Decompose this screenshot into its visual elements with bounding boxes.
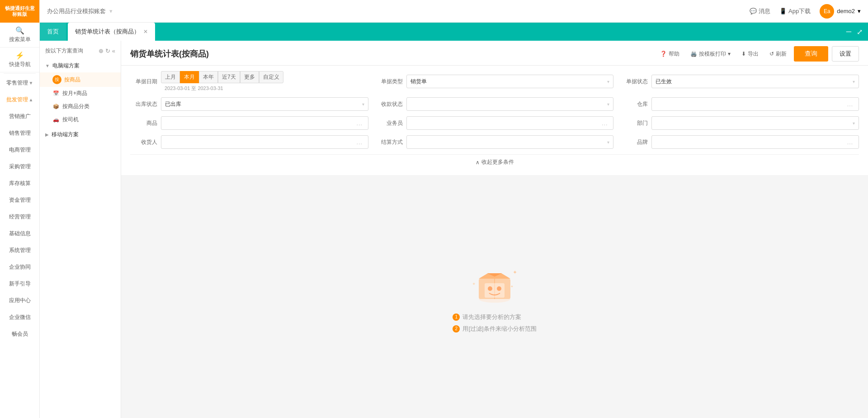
username: demo2	[837, 8, 855, 14]
sales-label: 销售管理	[9, 130, 31, 136]
brand-dots-icon[interactable]: …	[845, 138, 855, 146]
dept-arrow-icon: ▾	[853, 121, 855, 126]
sidebar-item-wholesale[interactable]: 批发管理 ▲	[0, 91, 39, 108]
add-scheme-icon[interactable]: ⊕	[99, 48, 104, 54]
app-download-btn[interactable]: 📱 App下载	[779, 7, 811, 15]
collapse-label: 收起更多条件	[481, 158, 514, 166]
search-menu-label: 搜索菜单	[0, 36, 39, 43]
avatar[interactable]: Ea	[820, 4, 834, 19]
empty-state: ✦ ✦ ✦ 1 请先选择要分析的方案 2 用[过滤]条件来缩小分析范围	[453, 261, 536, 333]
goods-label: 商品	[130, 119, 157, 127]
scheme-item-by-product[interactable]: 按 按商品	[40, 72, 121, 87]
doc-status-arrow-icon: ▾	[853, 79, 855, 84]
goods-select[interactable]: …	[161, 116, 368, 130]
tab-home[interactable]: 首页	[40, 23, 66, 41]
brand-select[interactable]: …	[651, 135, 859, 149]
user-section[interactable]: Ea demo2 ▾	[820, 4, 861, 19]
sidebar-item-inventory[interactable]: 库存核算	[0, 175, 39, 192]
sidebar-item-quick-nav[interactable]: ⚡ 快捷导航	[0, 48, 39, 72]
sidebar-item-enterprise-wechat[interactable]: 企业微信	[0, 309, 39, 326]
logo-text-line1: 畅捷通好生意	[5, 5, 35, 11]
query-button[interactable]: 查询	[794, 46, 828, 62]
enterprise-wechat-label: 企业微信	[9, 314, 31, 320]
salesperson-select[interactable]: …	[406, 116, 614, 130]
tip-text-1: 请先选择要分析的方案	[462, 313, 521, 321]
svg-text:✦: ✦	[513, 269, 517, 276]
sidebar-item-marketing[interactable]: 营销推广	[0, 108, 39, 125]
scheme-item-category[interactable]: 📦 按商品分类	[40, 100, 121, 113]
breadcrumb-sep: ▾	[109, 8, 113, 14]
sidebar-item-search[interactable]: 🔍 搜索菜单	[0, 23, 39, 48]
sidebar-item-app-center[interactable]: 应用中心	[0, 292, 39, 309]
sidebar-logo[interactable]: 畅捷通好生意 标账版	[0, 0, 39, 23]
tip-number-2: 2	[453, 325, 460, 332]
basic-label: 基础信息	[9, 230, 31, 237]
tab-active-report[interactable]: 销货单统计表（按商品） ✕	[68, 23, 155, 41]
mobile-section-label: 移动端方案	[52, 131, 79, 138]
sidebar-item-purchase[interactable]: 采购管理	[0, 158, 39, 175]
wholesale-arrow-icon: ▲	[29, 97, 33, 102]
brand-label: 品牌	[621, 138, 648, 146]
refresh-scheme-icon[interactable]: ↻	[105, 48, 110, 54]
dept-select[interactable]: ▾	[651, 116, 859, 130]
sidebar-item-finance[interactable]: 资金管理	[0, 192, 39, 209]
date-tab-current-month[interactable]: 本月	[180, 71, 199, 83]
scheme-item-driver[interactable]: 🚗 按司机	[40, 113, 121, 126]
tab-min-icon[interactable]: ─	[844, 26, 853, 38]
sidebar-item-retail[interactable]: 零售管理 ▼	[0, 75, 39, 91]
salesperson-dots-icon[interactable]: …	[599, 119, 609, 127]
payment-select[interactable]: ▾	[406, 135, 614, 149]
warehouse-select[interactable]: …	[651, 97, 859, 111]
date-tab-more[interactable]: 更多	[240, 71, 259, 83]
out-status-select[interactable]: 已出库 ▾	[161, 97, 368, 111]
scheme-item-monthly-product[interactable]: 📅 按月+商品	[40, 87, 121, 100]
date-tab-7days[interactable]: 近7天	[218, 71, 240, 83]
sidebar-item-ecommerce[interactable]: 电商管理	[0, 142, 39, 158]
system-label: 系统管理	[9, 247, 31, 253]
receipt-status-select[interactable]: ▾	[406, 97, 614, 111]
doc-status-select[interactable]: 已生效 ▾	[651, 75, 859, 88]
left-panel: 按以下方案查询 ⊕ ↻ « ▼ 电脑端方案 按 按商品 📅	[40, 41, 121, 418]
page-title-row: 销货单统计表(按商品) ❓ 帮助 🖨️ 按模板打印 ▾	[130, 46, 859, 62]
marketing-label: 营销推广	[9, 113, 31, 119]
desktop-section-label: 电脑端方案	[52, 62, 80, 70]
collapse-button[interactable]: ∧ 收起更多条件	[476, 158, 514, 166]
tip-text-2: 用[过滤]条件来缩小分析范围	[462, 325, 536, 333]
help-label: 帮助	[669, 50, 679, 58]
collapse-panel-icon[interactable]: «	[112, 48, 115, 54]
receiver-select[interactable]: …	[161, 135, 368, 149]
date-tab-current-year[interactable]: 本年	[199, 71, 218, 83]
date-tab-group: 上月 本月 本年 近7天 更多 自定义	[161, 71, 368, 83]
doc-type-filter-cell: 单据类型 销货单 ▾	[376, 71, 614, 92]
purchase-label: 采购管理	[9, 163, 31, 170]
date-tab-custom[interactable]: 自定义	[259, 71, 283, 83]
help-btn[interactable]: ❓ 帮助	[656, 48, 683, 60]
message-btn[interactable]: 💬 消息	[750, 7, 770, 15]
sidebar: 畅捷通好生意 标账版 🔍 搜索菜单 ⚡ 快捷导航 零售管理 ▼ 批发管理 ▲ 营…	[0, 0, 40, 418]
warehouse-dots-icon[interactable]: …	[845, 100, 855, 108]
date-tab-last-month[interactable]: 上月	[161, 71, 180, 83]
mobile-section-header[interactable]: ▶ 移动端方案	[40, 128, 121, 141]
sidebar-item-system[interactable]: 系统管理	[0, 242, 39, 259]
sidebar-item-sales[interactable]: 销售管理	[0, 125, 39, 142]
desktop-section-header[interactable]: ▼ 电脑端方案	[40, 59, 121, 72]
sidebar-item-enterprise[interactable]: 企业协同	[0, 259, 39, 276]
refresh-label: 刷新	[776, 50, 787, 58]
doc-type-select[interactable]: 销货单 ▾	[406, 75, 614, 88]
sidebar-item-basic[interactable]: 基础信息	[0, 225, 39, 242]
receipt-status-arrow-icon: ▾	[607, 102, 609, 107]
left-panel-icons: ⊕ ↻ «	[99, 48, 115, 54]
refresh-btn[interactable]: ↺ 刷新	[766, 48, 790, 60]
settings-button[interactable]: 设置	[832, 46, 859, 62]
print-btn[interactable]: 🖨️ 按模板打印 ▾	[687, 48, 734, 60]
tab-max-icon[interactable]: ⤢	[855, 26, 864, 38]
sidebar-item-newbie[interactable]: 新手引导	[0, 276, 39, 292]
sidebar-item-operations[interactable]: 经营管理	[0, 209, 39, 225]
category-icon: 📦	[52, 103, 60, 110]
export-btn[interactable]: ⬇ 导出	[738, 48, 762, 60]
goods-dots-icon[interactable]: …	[354, 119, 364, 127]
tab-close-icon[interactable]: ✕	[143, 28, 148, 35]
payment-arrow-icon: ▾	[607, 140, 609, 145]
receiver-dots-icon[interactable]: …	[354, 138, 364, 146]
sidebar-item-member[interactable]: 畅会员	[0, 326, 39, 342]
